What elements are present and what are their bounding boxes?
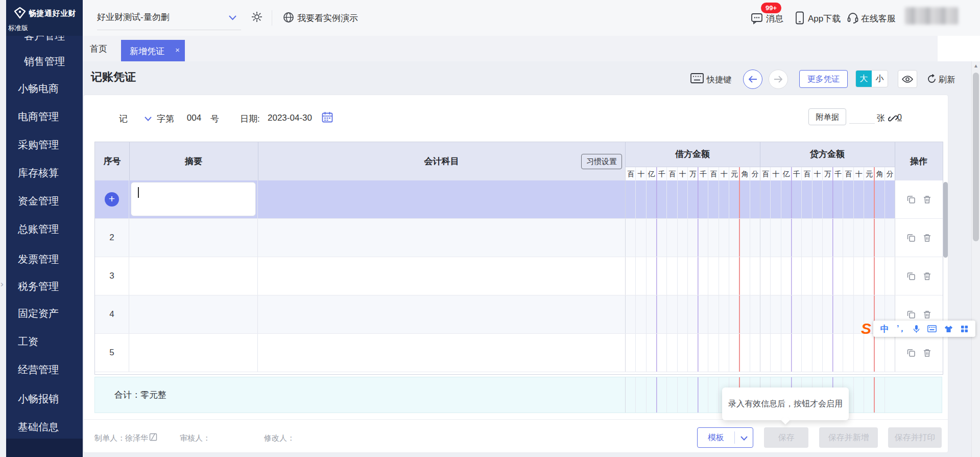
- chevron-down-icon[interactable]: [740, 436, 748, 441]
- shortcut-keys-button[interactable]: 快捷键: [707, 75, 731, 85]
- sidebar-item-purchase[interactable]: 采购管理: [6, 134, 83, 155]
- delete-row-icon[interactable]: [923, 195, 931, 203]
- calendar-icon[interactable]: [322, 111, 333, 123]
- sidebar-item-payroll[interactable]: 工资: [6, 331, 83, 352]
- sidebar-item-general-ledger[interactable]: 总账管理: [6, 219, 83, 239]
- summary-input[interactable]: [131, 182, 256, 216]
- sidebar-item-sales[interactable]: 销售管理: [6, 51, 83, 72]
- next-voucher-button[interactable]: [769, 70, 788, 89]
- chevron-down-icon[interactable]: [229, 15, 236, 20]
- attachment-button[interactable]: 附单据: [808, 108, 846, 125]
- debit-amount-cell[interactable]: [625, 257, 760, 295]
- row-summary-cell[interactable]: [129, 295, 258, 333]
- copy-row-icon[interactable]: [907, 195, 915, 203]
- sidebar-item-xiaochang-ecom[interactable]: 小畅电商: [6, 78, 83, 99]
- voucher-row-5[interactable]: 5: [95, 334, 943, 372]
- credit-amount-cell[interactable]: [760, 180, 895, 218]
- user-name-redacted[interactable]: [905, 7, 958, 25]
- row-summary-cell[interactable]: [129, 334, 258, 372]
- save-and-print-button[interactable]: 保存并打印: [888, 427, 942, 448]
- message-icon[interactable]: [751, 12, 763, 25]
- row-account-cell[interactable]: [258, 334, 625, 372]
- sogou-logo-icon[interactable]: S: [861, 320, 871, 337]
- voucher-word-select[interactable]: 记: [119, 113, 128, 125]
- demo-globe-icon[interactable]: [283, 12, 294, 23]
- org-selector[interactable]: 好业财测试-量勿删: [97, 11, 170, 23]
- scrollbar-up-arrow[interactable]: ▲: [973, 63, 978, 68]
- attachment-count-input[interactable]: [849, 123, 875, 124]
- delete-row-icon[interactable]: [923, 310, 931, 318]
- tab-home[interactable]: 首页: [90, 43, 107, 55]
- table-scrollbar-thumb[interactable]: [943, 182, 948, 258]
- debit-amount-cell[interactable]: [625, 219, 760, 257]
- sidebar-item-operations[interactable]: 经营管理: [6, 359, 83, 380]
- sidebar-item-basic-info[interactable]: 基础信息: [6, 417, 83, 437]
- copy-row-icon[interactable]: [907, 349, 915, 357]
- row-summary-cell[interactable]: [129, 257, 258, 295]
- microphone-icon[interactable]: [913, 325, 920, 333]
- delete-row-icon[interactable]: [923, 349, 931, 357]
- sidebar-item-ecommerce[interactable]: 电商管理: [6, 106, 83, 127]
- headset-icon[interactable]: [847, 11, 859, 24]
- habit-settings-button[interactable]: 习惯设置: [581, 154, 622, 169]
- delete-row-icon[interactable]: [923, 234, 931, 242]
- copy-row-icon[interactable]: [907, 272, 915, 280]
- sidebar-item-tax[interactable]: 税务管理: [6, 276, 83, 296]
- previous-voucher-button[interactable]: [743, 70, 762, 89]
- size-small-option[interactable]: 小: [872, 71, 888, 87]
- voucher-row-4[interactable]: 4: [95, 295, 943, 334]
- tab-close-icon[interactable]: ×: [175, 45, 180, 54]
- sidebar-item-expense[interactable]: 小畅报销: [6, 389, 83, 409]
- row-account-cell[interactable]: [258, 219, 625, 257]
- delete-row-icon[interactable]: [923, 272, 931, 280]
- voucher-row-3[interactable]: 3: [95, 257, 943, 295]
- online-service-link[interactable]: 在线客服: [861, 13, 896, 25]
- refresh-button[interactable]: 刷新: [939, 75, 955, 85]
- row-summary-cell[interactable]: [129, 219, 258, 257]
- sidebar-item-invoice[interactable]: 发票管理: [6, 249, 83, 269]
- template-button[interactable]: 模板: [697, 427, 753, 448]
- voucher-row-2[interactable]: 2: [95, 219, 943, 257]
- chevron-down-icon[interactable]: [145, 117, 152, 121]
- voucher-row-1[interactable]: +: [95, 180, 943, 219]
- sidebar-collapse-icon[interactable]: ›: [1, 279, 6, 289]
- phone-icon[interactable]: [795, 11, 805, 25]
- save-and-new-button[interactable]: 保存并新增: [819, 427, 878, 448]
- table-scrollbar[interactable]: [943, 181, 949, 373]
- demo-link[interactable]: 我要看实例演示: [297, 12, 358, 24]
- debit-amount-cell[interactable]: [625, 180, 760, 218]
- link-icon[interactable]: [888, 113, 898, 123]
- row-account-cell[interactable]: [258, 257, 625, 295]
- save-button[interactable]: 保存: [764, 427, 808, 448]
- sidebar-item-inventory[interactable]: 库存核算: [6, 163, 83, 183]
- attachment-count-link[interactable]: 0: [897, 113, 902, 122]
- size-large-option[interactable]: 大: [856, 71, 872, 87]
- more-vouchers-button[interactable]: 更多凭证: [799, 70, 848, 88]
- row-account-cell[interactable]: [258, 180, 625, 218]
- row-summary-cell[interactable]: [129, 180, 258, 218]
- sidebar-item-fixed-assets[interactable]: 固定资产: [6, 303, 83, 324]
- soft-keyboard-icon[interactable]: [927, 325, 937, 332]
- skin-shirt-icon[interactable]: [944, 325, 953, 333]
- ime-punctuation-icon[interactable]: ’，: [897, 324, 905, 334]
- credit-amount-cell[interactable]: [760, 257, 895, 295]
- voucher-number-input[interactable]: 004: [180, 113, 208, 123]
- window-scrollbar[interactable]: ▲: [971, 61, 980, 457]
- credit-amount-cell[interactable]: [760, 219, 895, 257]
- ime-chinese-mode[interactable]: 中: [880, 323, 889, 335]
- row-account-cell[interactable]: [258, 295, 625, 333]
- visibility-button[interactable]: [898, 70, 917, 88]
- gear-icon[interactable]: [251, 11, 262, 22]
- copy-row-icon[interactable]: [907, 234, 915, 242]
- window-scrollbar-thumb[interactable]: [973, 73, 979, 241]
- add-row-button[interactable]: +: [105, 192, 119, 207]
- tab-new-voucher[interactable]: 新增凭证 ×: [121, 40, 185, 61]
- debit-amount-cell[interactable]: [625, 295, 760, 333]
- app-download-link[interactable]: App下载: [808, 13, 841, 25]
- keyboard-icon[interactable]: [690, 73, 704, 83]
- messages-link[interactable]: 消息: [766, 13, 783, 25]
- copy-row-icon[interactable]: [907, 310, 915, 318]
- refresh-icon[interactable]: [927, 74, 937, 84]
- debit-amount-cell[interactable]: [625, 334, 760, 372]
- date-value[interactable]: 2023-04-30: [268, 113, 312, 123]
